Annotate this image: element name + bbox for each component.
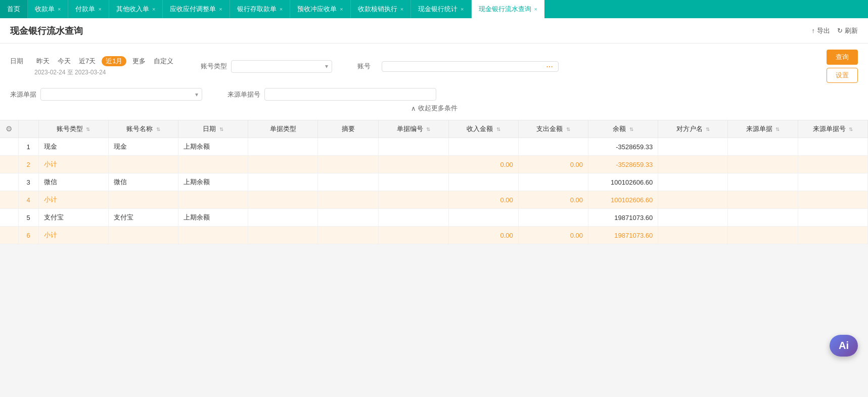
nav-close-collection-exec[interactable]: × <box>400 6 403 12</box>
nav-item-cash-bank-flow[interactable]: 现金银行流水查询× <box>472 0 544 18</box>
sort-icon-balance: ⇅ <box>629 126 633 132</box>
sort-icon-source-doc: ⇅ <box>775 126 780 132</box>
source-doc-group: 来源单据 <box>10 88 202 101</box>
sort-icon-date: ⇅ <box>219 126 223 132</box>
date-opt-custom[interactable]: 自定义 <box>152 56 175 66</box>
table-row: 6小计0.000.0019871073.60 <box>0 227 868 244</box>
export-icon: ↑ <box>812 27 815 34</box>
nav-close-ar-adjust[interactable]: × <box>219 6 222 12</box>
nav-item-bank-deposit[interactable]: 银行存取款单× <box>230 0 290 18</box>
nav-item-ar-adjust[interactable]: 应收应付调整单× <box>163 0 230 18</box>
nav-item-other-income[interactable]: 其他收入单× <box>109 0 163 18</box>
action-buttons: 查询 设置 <box>827 50 858 83</box>
nav-close-prepay-offset[interactable]: × <box>340 6 343 12</box>
col-expense[interactable]: 支出金额 ⇅ <box>518 120 588 138</box>
table-row: 4小计0.000.00100102606.60 <box>0 191 868 209</box>
filter-row-2: 来源单据 来源单据号 <box>10 88 858 101</box>
date-opt-more[interactable]: 更多 <box>130 56 148 66</box>
nav-item-collection-exec[interactable]: 收款核销执行× <box>351 0 411 18</box>
col-account-name[interactable]: 账号名称 ⇅ <box>108 120 178 138</box>
nav-close-other-income[interactable]: × <box>152 6 155 12</box>
col-balance[interactable]: 余额 ⇅ <box>588 120 658 138</box>
col-source-doc[interactable]: 来源单据 ⇅ <box>728 120 798 138</box>
table-row: 2小计0.000.00-3528659.33 <box>0 156 868 173</box>
table-settings-icon[interactable]: ⚙ <box>6 124 12 133</box>
account-input-wrapper[interactable]: ··· <box>382 61 559 72</box>
top-nav: 首页收款单×付款单×其他收入单×应收应付调整单×银行存取款单×预收冲应收单×收款… <box>0 0 868 18</box>
col-account-type[interactable]: 账号类型 ⇅ <box>38 120 108 138</box>
table-wrapper: ⚙ 账号类型 ⇅ 账号名称 ⇅ 日期 ⇅ 单据类型 摘要 单据编号 ⇅ 收入金额… <box>0 120 868 244</box>
nav-close-receipt[interactable]: × <box>58 6 61 12</box>
table-body: 1现金现金上期余额-3528659.332小计0.000.00-3528659.… <box>0 138 868 244</box>
nav-item-receipt[interactable]: 收款单× <box>28 0 68 18</box>
settings-button[interactable]: 设置 <box>827 68 858 83</box>
table-row: 3微信微信上期余额100102606.60 <box>0 173 868 191</box>
sort-icon-expense: ⇅ <box>566 126 570 132</box>
refresh-button[interactable]: ↻ 刷新 <box>837 26 858 35</box>
col-counterpart[interactable]: 对方户名 ⇅ <box>658 120 728 138</box>
data-table: ⚙ 账号类型 ⇅ 账号名称 ⇅ 日期 ⇅ 单据类型 摘要 单据编号 ⇅ 收入金额… <box>0 120 868 244</box>
nav-close-payment[interactable]: × <box>98 6 101 12</box>
sort-icon-source-doc-no: ⇅ <box>849 126 853 132</box>
nav-close-bank-deposit[interactable]: × <box>280 6 283 12</box>
source-doc-no-input[interactable] <box>264 88 436 101</box>
date-opt-yesterday[interactable]: 昨天 <box>34 56 52 66</box>
col-income[interactable]: 收入金额 ⇅ <box>448 120 518 138</box>
source-doc-select[interactable] <box>40 88 202 101</box>
account-type-select[interactable] <box>231 60 332 73</box>
nav-item-home[interactable]: 首页 <box>0 0 28 18</box>
sort-icon-counterpart: ⇅ <box>706 126 710 132</box>
sort-icon-account-type: ⇅ <box>86 126 90 132</box>
date-options: 昨天 今天 近7天 近1月 更多 自定义 <box>34 56 175 66</box>
header-actions: ↑ 导出 ↻ 刷新 <box>812 26 858 35</box>
source-doc-no-label: 来源单据号 <box>227 90 260 99</box>
date-label: 日期 <box>10 57 30 66</box>
table-row: 5支付宝支付宝上期余额19871073.60 <box>0 209 868 227</box>
account-type-label: 账号类型 <box>201 62 227 71</box>
account-type-group: 账号类型 <box>201 60 332 73</box>
account-input[interactable] <box>385 63 544 70</box>
col-source-doc-no[interactable]: 来源单据号 ⇅ <box>798 120 867 138</box>
nav-item-cash-bank-stat[interactable]: 现金银行统计× <box>411 0 471 18</box>
col-date[interactable]: 日期 ⇅ <box>178 120 248 138</box>
account-label: 账号 <box>357 62 378 71</box>
filter-row-1: 日期 昨天 今天 近7天 近1月 更多 自定义 2023-02-24 至 202… <box>10 50 858 83</box>
date-opt-7days[interactable]: 近7天 <box>77 56 98 66</box>
date-filter-group: 日期 昨天 今天 近7天 近1月 更多 自定义 2023-02-24 至 202… <box>10 56 175 77</box>
col-doc-no[interactable]: 单据编号 ⇅ <box>379 120 448 138</box>
col-doc-type: 单据类型 <box>248 120 318 138</box>
col-settings: ⚙ <box>0 120 18 138</box>
table-row: 1现金现金上期余额-3528659.33 <box>0 138 868 156</box>
source-doc-label: 来源单据 <box>10 90 36 99</box>
account-type-select-wrapper <box>231 60 332 73</box>
col-summary: 摘要 <box>318 120 379 138</box>
filter-area: 日期 昨天 今天 近7天 近1月 更多 自定义 2023-02-24 至 202… <box>0 43 868 120</box>
nav-close-cash-bank-stat[interactable]: × <box>461 6 464 12</box>
nav-item-payment[interactable]: 付款单× <box>68 0 109 18</box>
sort-icon-doc-no: ⇅ <box>426 126 430 132</box>
sort-icon-income: ⇅ <box>496 126 500 132</box>
account-ellipsis-btn[interactable]: ··· <box>544 63 556 70</box>
page-header: 现金银行流水查询 ↑ 导出 ↻ 刷新 <box>0 18 868 43</box>
chevron-up-icon: ∧ <box>411 105 416 112</box>
query-button[interactable]: 查询 <box>827 50 858 65</box>
page-title: 现金银行流水查询 <box>10 25 83 37</box>
date-opt-today[interactable]: 今天 <box>56 56 73 66</box>
source-doc-select-wrapper <box>40 88 202 101</box>
table-header: ⚙ 账号类型 ⇅ 账号名称 ⇅ 日期 ⇅ 单据类型 摘要 单据编号 ⇅ 收入金额… <box>0 120 868 138</box>
nav-item-prepay-offset[interactable]: 预收冲应收单× <box>290 0 350 18</box>
date-opt-1month[interactable]: 近1月 <box>102 56 126 66</box>
source-doc-no-group: 来源单据号 <box>227 88 436 101</box>
export-button[interactable]: ↑ 导出 <box>812 26 831 35</box>
nav-close-cash-bank-flow[interactable]: × <box>534 6 537 12</box>
collapse-row: ∧ 收起更多条件 <box>10 101 858 114</box>
sort-icon-account-name: ⇅ <box>156 126 160 132</box>
account-group: 账号 ··· <box>357 61 559 72</box>
col-idx <box>18 120 38 138</box>
collapse-button[interactable]: ∧ 收起更多条件 <box>411 104 458 113</box>
refresh-icon: ↻ <box>837 27 843 34</box>
date-range: 2023-02-24 至 2023-03-24 <box>34 68 175 77</box>
